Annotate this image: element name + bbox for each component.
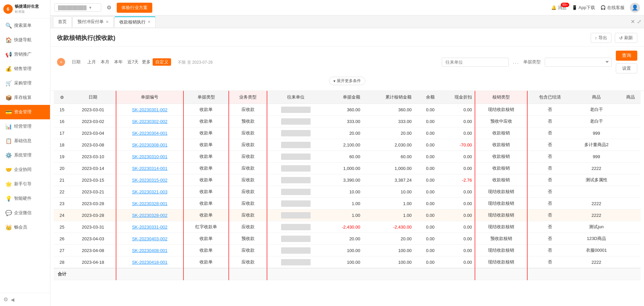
cell-biz-type: 预收款	[229, 233, 267, 245]
bill-no-link[interactable]: SK-20230308-001	[132, 142, 168, 147]
sidebar-item-inventory[interactable]: 📦 库存核算	[0, 90, 50, 105]
date-btn-this-month[interactable]: 本月	[99, 58, 111, 66]
sidebar-settings-icon[interactable]: ⚙	[3, 296, 8, 303]
sidebar-item-guide[interactable]: 🏠 快捷导航	[0, 33, 50, 47]
table-wrapper[interactable]: ⚙ 日期 单据编号 单据类型 业务类型 往来单位 单据金额 累计核销金额 余额 …	[50, 91, 644, 306]
tab-collect-close-icon[interactable]: ✕	[148, 20, 151, 24]
date-btn-this-year[interactable]: 本年	[113, 58, 124, 66]
filter-more-options[interactable]: ...	[513, 59, 519, 65]
th-balance: 余额	[414, 91, 437, 104]
date-btn-last-month[interactable]: 上月	[86, 58, 97, 66]
tab-home[interactable]: 首页	[53, 16, 72, 27]
sidebar-item-marketing[interactable]: 📢 营销推广	[0, 47, 50, 62]
tab-prepay-bill[interactable]: 预付冲应付单 ✕	[72, 16, 114, 27]
total-label: 合计	[54, 268, 116, 280]
bill-no-link[interactable]: SK-20230301-002	[132, 107, 168, 112]
cell-product: 测试jun	[572, 221, 621, 233]
bill-no-link[interactable]: SK-20230328-002	[132, 213, 168, 218]
tab-prepay-close-icon[interactable]: ✕	[106, 20, 109, 24]
sidebar-item-purchase[interactable]: 🛒 采购管理	[0, 76, 50, 90]
cell-amount: 333.00	[324, 116, 363, 127]
filter-settings-button[interactable]: 设置	[616, 63, 637, 73]
sidebar-item-member[interactable]: 👑 畅会员	[0, 220, 50, 235]
sidebar-item-basics[interactable]: 📋 基础信息	[0, 134, 50, 148]
sidebar-item-search[interactable]: 🔍 搜索菜单	[0, 18, 50, 33]
cell-product2	[621, 174, 641, 186]
tab-close-all-icon[interactable]: ✕	[631, 18, 635, 25]
cell-idx: 19	[54, 151, 70, 163]
notification-button[interactable]: 🔔 消息 99+	[551, 5, 567, 11]
solution-button[interactable]: 体验行业方案	[117, 3, 152, 13]
app-download-button[interactable]: 📱 App下载	[572, 5, 595, 11]
cell-cumulative: 20.00	[363, 233, 414, 245]
cell-idx: 24	[54, 209, 70, 221]
bill-no-link[interactable]: SK-20230408-001	[132, 248, 168, 253]
th-bill-type: 单据类型	[183, 91, 229, 104]
cell-cumulative: 10.00	[363, 186, 414, 198]
sidebar-item-corp[interactable]: 🤝 企业协同	[0, 163, 50, 177]
cell-product: 老白干	[572, 104, 621, 116]
gear-icon[interactable]: ⚙	[104, 3, 114, 13]
table-row: 24 2023-03-28 SK-20230328-002 收款单 应收款 ██…	[54, 209, 641, 221]
bill-no-link[interactable]: SK-20230302-002	[132, 119, 168, 124]
cell-partner: ██████	[267, 256, 324, 268]
bill-no-link[interactable]: SK-20230331-002	[132, 225, 168, 230]
bill-no-link[interactable]: SK-20230403-002	[132, 236, 168, 241]
sidebar-item-hardware[interactable]: 💡 智能硬件	[0, 191, 50, 206]
cell-include-settled: 否	[527, 116, 572, 127]
bill-no-link[interactable]: SK-20230321-003	[132, 189, 168, 194]
partner-input[interactable]	[442, 58, 509, 67]
tab-collect-cancel[interactable]: 收款核销执行 ✕	[114, 16, 156, 27]
sidebar-item-label-newbie: 新手引导	[14, 181, 32, 187]
sidebar-item-ops[interactable]: 📊 经营管理	[0, 119, 50, 134]
date-btn-more[interactable]: 更多	[142, 59, 151, 65]
cell-date: 2023-03-01	[70, 104, 116, 116]
cell-cash-discount: 0.00	[437, 127, 475, 139]
date-btn-7days[interactable]: 近7天	[126, 58, 140, 66]
cell-balance: 0.00	[414, 116, 437, 127]
cell-include-settled: 否	[527, 209, 572, 221]
bill-no-link[interactable]: SK-20230418-001	[132, 260, 168, 265]
sidebar-item-sales[interactable]: 💰 销售管理	[0, 62, 50, 76]
online-service-button[interactable]: 🎧 在线客服	[600, 5, 625, 11]
sidebar-item-label-wechat: 企业微信	[14, 210, 32, 216]
refresh-button[interactable]: ↺ 刷新	[615, 33, 637, 43]
cell-clear-type: 预收款核销	[475, 233, 527, 245]
cell-balance: 0.00	[414, 174, 437, 186]
bill-no-link[interactable]: SK-20230310-001	[132, 154, 168, 159]
tab-expand-icon[interactable]: ⤢	[637, 18, 641, 25]
cell-product2	[621, 163, 641, 174]
sidebar-item-label-marketing: 营销推广	[14, 51, 32, 57]
export-button[interactable]: ↑ 导出	[591, 33, 612, 43]
user-avatar[interactable]: 👤	[630, 3, 640, 13]
sidebar-item-newbie[interactable]: 🌟 新手引导	[0, 177, 50, 191]
query-button[interactable]: 查询	[616, 51, 637, 61]
sidebar-item-label-inventory: 库存核算	[14, 95, 32, 101]
cell-cash-discount: -70.00	[437, 139, 475, 151]
cell-bill-no: SK-20230308-001	[116, 139, 183, 151]
sidebar-item-system[interactable]: ⚙️ 系统管理	[0, 148, 50, 163]
sidebar-item-finance[interactable]: 💳 资金管理	[0, 105, 50, 119]
cell-biz-type: 应收款	[229, 209, 267, 221]
company-selector[interactable]: ██████████ ▾	[54, 3, 101, 12]
bill-no-link[interactable]: SK-20230328-001	[132, 201, 168, 206]
bill-type-select[interactable]	[545, 58, 612, 67]
logo-title: 畅捷通好生意	[15, 4, 39, 9]
expand-filter-button[interactable]: ▾ 展开更多条件	[329, 77, 365, 85]
date-custom-btn[interactable]: 自定义	[153, 58, 171, 66]
cell-cumulative: 3,387.24	[363, 174, 414, 186]
cell-biz-type: 应收款	[229, 198, 267, 209]
bill-no-link[interactable]: SK-20230314-001	[132, 166, 168, 171]
cell-cumulative: 1,000.00	[363, 163, 414, 174]
cell-bill-type: 收款单	[183, 104, 229, 116]
tab-prepay-label: 预付冲应付单	[77, 19, 104, 25]
sidebar-item-wechat[interactable]: 💬 企业微信	[0, 206, 50, 220]
bill-no-link[interactable]: SK-20230304-001	[132, 131, 168, 136]
cell-biz-type: 应收款	[229, 221, 267, 233]
cell-bill-no: SK-20230331-002	[116, 221, 183, 233]
sidebar-collapse-icon[interactable]: ◀	[11, 297, 14, 302]
bill-no-link[interactable]: SK-20230315-002	[132, 178, 168, 183]
cell-idx: 20	[54, 163, 70, 174]
phone-icon: 📱	[572, 5, 577, 10]
filter-toggle-button[interactable]: »	[57, 58, 65, 66]
